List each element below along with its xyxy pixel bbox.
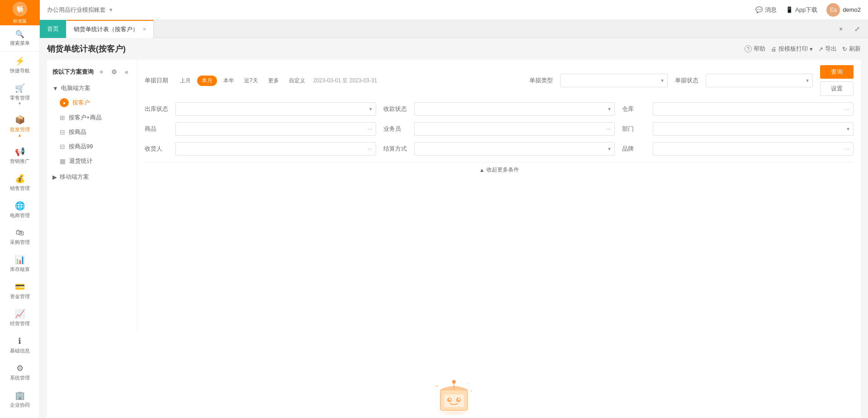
payment-method-chevron: ▾ xyxy=(608,146,611,152)
payment-status-chevron: ▾ xyxy=(608,106,611,112)
doc-status-control[interactable]: ▾ xyxy=(706,74,813,87)
date-range: 2023-03-01 至 2023-03-31 xyxy=(313,77,377,85)
outbound-control[interactable]: ▾ xyxy=(175,102,376,116)
date-tab-custom[interactable]: 自定义 xyxy=(285,76,309,86)
payment-status-control[interactable]: ▾ xyxy=(414,102,615,116)
doc-type-chevron: ▾ xyxy=(661,77,664,84)
sidebar-item-inventory[interactable]: 📊 库存核算 xyxy=(0,250,39,277)
filter-salesperson: 业务员 ··· xyxy=(383,122,615,136)
scheme-group-pc-header[interactable]: ▼ 电脑端方案 xyxy=(47,81,137,95)
scheme-item-by-product99[interactable]: ⊟ 按商品99 xyxy=(47,139,137,154)
svg-point-10 xyxy=(452,380,456,384)
avatar-text: Ea xyxy=(830,7,837,13)
wholesale-arrow: ▲ xyxy=(18,133,22,138)
quick-nav-icon: ⚡ xyxy=(15,56,25,66)
sidebar-item-finance[interactable]: 💳 资金管理 xyxy=(0,277,39,304)
app-logo: 畅 标准版 xyxy=(0,0,40,25)
date-tab-more[interactable]: 更多 xyxy=(264,76,283,86)
date-tab-last7[interactable]: 近7天 xyxy=(241,76,262,86)
date-tab-last-month[interactable]: 上月 xyxy=(176,76,194,86)
product-label: 商品 xyxy=(145,125,172,133)
filter-panel: 单据日期 上月 本月 本年 近7天 更多 自定义 2023-03-01 至 20… xyxy=(137,60,861,331)
app-download-btn[interactable]: 📱 App下载 xyxy=(786,6,817,14)
department-chevron: ▾ xyxy=(847,126,849,132)
tab-sales-stats[interactable]: 销货单统计表（按客户） × xyxy=(66,20,154,38)
settings-button[interactable]: 设置 xyxy=(820,81,854,96)
print-btn[interactable]: 🖨 按模板打印 ▾ xyxy=(771,45,813,53)
salesperson-control[interactable]: ··· xyxy=(414,122,615,136)
refresh-label: 刷新 xyxy=(849,45,861,53)
logo-icon: 畅 xyxy=(12,1,28,17)
export-btn[interactable]: ↗ 导出 xyxy=(818,45,837,53)
tab-maximize-btn[interactable]: ⤢ xyxy=(851,23,863,35)
filter-brand: 品牌 ··· xyxy=(622,142,854,156)
scheme-add-btn[interactable]: + xyxy=(96,67,106,77)
warehouse-dots: ··· xyxy=(845,106,849,112)
retail-icon: 🛒 xyxy=(15,83,25,93)
avatar: Ea xyxy=(826,3,840,17)
user-name: demo2 xyxy=(843,6,861,13)
sidebar-item-ecommerce[interactable]: 🌐 电商管理 xyxy=(0,196,39,223)
sidebar-item-basic[interactable]: ℹ 基础信息 xyxy=(0,332,39,359)
scheme-item-by-product[interactable]: ⊟ 按商品 xyxy=(47,125,137,139)
department-control[interactable]: ▾ xyxy=(653,122,854,136)
scheme-collapse-btn[interactable]: « xyxy=(122,67,132,77)
export-label: 导出 xyxy=(825,45,837,53)
scheme-group-mobile-label: 移动端方案 xyxy=(60,173,89,181)
sidebar-item-marketing[interactable]: 📢 营销推广 xyxy=(0,142,39,169)
sidebar-item-sales[interactable]: 💰 销售管理 xyxy=(0,169,39,196)
sidebar-item-enterprise[interactable]: 🏢 企业协同 xyxy=(0,386,39,413)
sidebar: 畅 标准版 🔍 搜索菜单 ⚡ 快捷导航 🛒 零售管理 ▼ 📦 批发管理 ▲ 📢 … xyxy=(0,0,40,418)
sidebar-item-purchase[interactable]: 🛍 采购管理 xyxy=(0,223,39,250)
scheme-group-pc-arrow: ▼ xyxy=(52,85,58,92)
tab-home[interactable]: 首页 xyxy=(40,20,66,38)
page-title-bar: 销货单统计表(按客户) ? 帮助 🖨 按模板打印 ▾ ↗ 导出 xyxy=(47,43,861,54)
collapse-row[interactable]: ▲ 收起更多条件 xyxy=(145,162,854,177)
quick-nav-label: 快捷导航 xyxy=(10,67,30,74)
query-button[interactable]: 查询 xyxy=(820,65,854,79)
help-btn[interactable]: ? 帮助 xyxy=(745,45,765,53)
dropdown-icon[interactable]: ▾ xyxy=(109,6,113,13)
print-label: 按模板打印 xyxy=(778,45,808,53)
wholesale-label: 批发管理 xyxy=(10,126,30,133)
sidebar-search[interactable]: 🔍 搜索菜单 xyxy=(0,25,39,52)
sidebar-item-retail[interactable]: 🛒 零售管理 ▼ xyxy=(0,79,39,110)
sidebar-item-operations[interactable]: 📈 经营管理 xyxy=(0,304,39,332)
payment-status-label: 收款状态 xyxy=(383,105,410,113)
sidebar-item-newbie[interactable]: 🎯 新手引导 xyxy=(0,413,39,418)
brand-label: 品牌 xyxy=(622,145,649,153)
user-menu[interactable]: Ea demo2 xyxy=(826,3,861,17)
product-control[interactable]: ··· xyxy=(175,122,376,136)
receiver-control[interactable]: ··· xyxy=(175,142,376,156)
date-tab-this-month[interactable]: 本月 xyxy=(197,76,217,86)
sidebar-item-system[interactable]: ⚙ 系统管理 xyxy=(0,359,39,386)
wholesale-icon: 📦 xyxy=(15,115,25,125)
message-btn[interactable]: 💬 消息 xyxy=(755,6,777,14)
scheme-settings-btn[interactable]: ⚙ xyxy=(109,67,119,77)
ecommerce-label: 电商管理 xyxy=(10,212,30,219)
sidebar-nav: ⚡ 快捷导航 🛒 零售管理 ▼ 📦 批发管理 ▲ 📢 营销推广 💰 销售管理 🌐… xyxy=(0,52,39,418)
scheme-item-by-customer[interactable]: ● 按客户 xyxy=(47,95,137,110)
refresh-btn[interactable]: ↻ 刷新 xyxy=(842,45,861,53)
finance-label: 资金管理 xyxy=(10,293,30,300)
tab-close-icon[interactable]: × xyxy=(143,26,146,33)
payment-method-control[interactable]: ▾ xyxy=(414,142,615,156)
svg-rect-4 xyxy=(444,394,464,407)
date-tab-this-year[interactable]: 本年 xyxy=(220,76,238,86)
doc-type-control[interactable]: ▾ xyxy=(560,74,667,87)
scheme-panel-title: 按以下方案查询 xyxy=(52,68,94,76)
date-label: 单据日期 xyxy=(145,76,172,85)
scheme-item-return-stats[interactable]: ▦ 退货统计 xyxy=(47,154,137,168)
page-title: 销货单统计表(按客户) xyxy=(47,43,126,54)
scheme-group-mobile-header[interactable]: ▶ 移动端方案 xyxy=(47,170,137,184)
scheme-item-by-customer-product[interactable]: ⊞ 按客户+商品 xyxy=(47,110,137,125)
sidebar-item-wholesale[interactable]: 📦 批发管理 ▲ xyxy=(0,110,39,142)
svg-text:✦: ✦ xyxy=(467,382,469,385)
print-dropdown-icon: ▾ xyxy=(810,46,813,52)
brand-control[interactable]: ··· xyxy=(653,142,854,156)
tab-close-btn[interactable]: × xyxy=(835,23,847,35)
warehouse-control[interactable]: ··· xyxy=(653,102,854,116)
filter-date-item: 单据日期 上月 本月 本年 近7天 更多 自定义 2023-03-01 至 20… xyxy=(145,76,377,86)
sales-stats-tab-label: 销货单统计表（按客户） xyxy=(74,25,138,33)
sidebar-item-quick-nav[interactable]: ⚡ 快捷导航 xyxy=(0,52,39,79)
